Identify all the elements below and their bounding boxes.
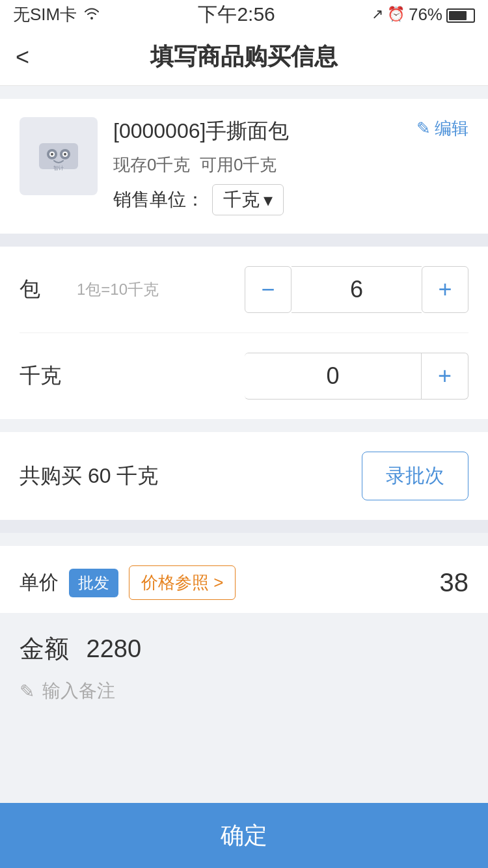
section-divider-1 xyxy=(0,234,488,247)
bag-label: 包 xyxy=(20,275,72,304)
bag-controls: − + xyxy=(245,266,468,313)
price-value: 38 xyxy=(440,568,469,597)
svg-text:智计: 智计 xyxy=(53,165,64,171)
bag-plus-button[interactable]: + xyxy=(422,266,468,313)
back-button[interactable]: < xyxy=(16,44,29,71)
svg-point-5 xyxy=(51,153,53,156)
price-reference-button[interactable]: 价格参照 > xyxy=(129,565,236,600)
bag-hint: 1包=10千克 xyxy=(77,279,245,300)
content-area: 智计 [0000006]手撕面包 现存0千克 可用0千克 销售单位： 千克 ▾ … xyxy=(0,99,488,794)
product-stock: 现存0千克 可用0千克 xyxy=(113,154,468,176)
edit-button[interactable]: ✎ 编辑 xyxy=(416,117,468,140)
kg-quantity-input[interactable] xyxy=(245,353,422,400)
status-bar: 无SIM卡 下午2:56 ↗ ⏰ 76% xyxy=(0,0,488,29)
amount-value: 2280 xyxy=(87,635,142,662)
location-icon: ↗ xyxy=(372,6,383,23)
page-title: 填写商品购买信息 xyxy=(150,41,338,73)
nav-bar: < 填写商品购买信息 xyxy=(0,29,488,86)
svg-point-6 xyxy=(64,153,66,156)
section-divider-2 xyxy=(0,520,488,533)
status-time: 下午2:56 xyxy=(198,1,275,28)
edit-icon: ✎ xyxy=(416,118,431,139)
bag-minus-button[interactable]: − xyxy=(245,266,291,313)
remark-row[interactable]: ✎ 输入备注 xyxy=(20,679,468,703)
record-batch-button[interactable]: 录批次 xyxy=(362,452,468,500)
pencil-icon: ✎ xyxy=(20,681,34,702)
price-label: 单价 xyxy=(20,569,59,596)
status-right: ↗ ⏰ 76% xyxy=(372,5,475,25)
unit-select[interactable]: 千克 ▾ xyxy=(212,184,284,215)
chevron-down-icon: ▾ xyxy=(264,189,273,211)
bag-input-row: 包 1包=10千克 − + xyxy=(20,247,468,333)
battery-icon xyxy=(446,5,475,25)
product-info: [0000006]手撕面包 现存0千克 可用0千克 销售单位： 千克 ▾ xyxy=(113,117,468,215)
kg-plus-button[interactable]: + xyxy=(422,353,468,400)
wifi-icon xyxy=(82,5,102,25)
carrier-label: 无SIM卡 xyxy=(13,3,77,26)
kg-label: 千克 xyxy=(20,362,72,390)
product-name: [0000006]手撕面包 xyxy=(113,117,468,146)
price-section: 单价 批发 价格参照 > 38 xyxy=(0,546,488,613)
summary-section: 共购买 60 千克 录批次 xyxy=(0,432,488,520)
bottom-bar[interactable]: 确定 xyxy=(0,803,488,868)
kg-controls: + xyxy=(245,353,468,400)
confirm-button[interactable]: 确定 xyxy=(221,820,267,852)
kg-input-row: 千克 + xyxy=(20,333,468,419)
product-unit-row: 销售单位： 千克 ▾ xyxy=(113,184,468,215)
amount-section: 金额 2280 ✎ 输入备注 xyxy=(0,613,488,716)
summary-text: 共购买 60 千克 xyxy=(20,462,158,491)
battery-percent: 76% xyxy=(409,5,442,25)
price-type-tag: 批发 xyxy=(69,569,118,597)
input-section: 包 1包=10千克 − + 千克 + xyxy=(0,247,488,419)
remark-input-label: 输入备注 xyxy=(42,679,115,703)
product-image: 智计 xyxy=(20,117,98,195)
amount-label: 金额 xyxy=(20,635,69,662)
status-left: 无SIM卡 xyxy=(13,3,102,26)
product-card: 智计 [0000006]手撕面包 现存0千克 可用0千克 销售单位： 千克 ▾ … xyxy=(0,99,488,234)
bag-quantity-input[interactable] xyxy=(291,266,422,313)
alarm-icon: ⏰ xyxy=(387,6,405,23)
amount-row: 金额 2280 xyxy=(20,632,468,666)
